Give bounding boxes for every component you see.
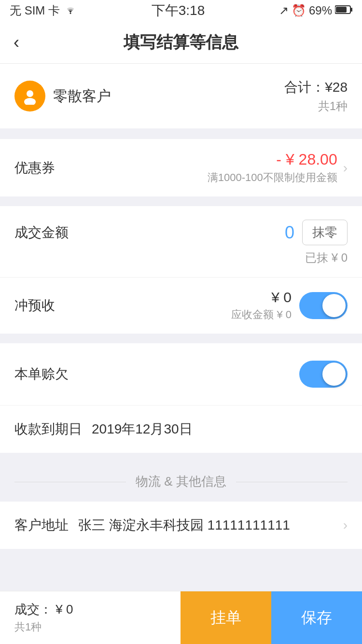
round-button[interactable]: 抹零 [302,220,348,245]
status-bar: 无 SIM 卡 下午3:18 ↗ ⏰ 69% [0,0,362,21]
bottom-count: 共1种 [14,620,166,634]
no-sim-text: 无 SIM 卡 [10,3,60,18]
due-date-label: 收款到期日 [14,420,82,438]
svg-rect-3 [336,7,347,13]
coupon-desc: 满1000-100不限制使用金额 [208,170,337,185]
debt-section: 本单赊欠 收款到期日 2019年12月30日 [0,343,362,453]
customer-right: 合计：¥28 共1种 [284,78,348,114]
address-label: 客户地址 [14,516,69,534]
debt-label: 本单赊欠 [14,365,69,383]
divider-4 [0,454,362,462]
amount-section: 成交金额 0 抹零 已抹 ¥ 0 冲预收 ¥ 0 应收金额 ¥ 0 [0,206,362,334]
customer-count: 共1种 [284,98,348,114]
status-left: 无 SIM 卡 [10,3,77,18]
svg-point-5 [24,98,36,105]
amount-sub: 已抹 ¥ 0 [0,250,362,277]
hang-button[interactable]: 挂单 [181,591,271,644]
customer-section: 零散客户 合计：¥28 共1种 [0,64,362,128]
svg-point-0 [70,13,71,14]
svg-point-4 [27,90,33,97]
coupon-label: 优惠券 [14,159,55,177]
due-date-value[interactable]: 2019年12月30日 [92,420,193,438]
battery-text: 69% [309,4,332,17]
battery-icon [335,4,352,17]
bottom-deal: 成交： ¥ 0 [14,601,166,618]
amount-label: 成交金额 [14,224,69,242]
bottom-bar: 成交： ¥ 0 共1种 挂单 保存 [0,591,362,644]
coupon-right: - ¥ 28.00 满1000-100不限制使用金额 › [208,151,348,185]
address-row[interactable]: 客户地址 张三 海淀永丰科技园 11111111111 › [0,502,362,549]
divider-2 [0,196,362,206]
bottom-info: 成交： ¥ 0 共1种 [0,601,181,634]
prepayment-amount: ¥ 0 [231,289,292,306]
nav-bar: ‹ 填写结算等信息 [0,21,362,64]
address-value: 张三 海淀永丰科技园 11111111111 [78,516,341,534]
status-right: ↗ ⏰ 69% [279,4,352,17]
coupon-chevron-icon: › [343,160,348,176]
save-button[interactable]: 保存 [271,591,362,644]
amount-value[interactable]: 0 [285,223,294,243]
content: 零散客户 合计：¥28 共1种 优惠券 - ¥ 28.00 满1000-100不… [0,64,362,607]
wifi-icon [64,4,77,17]
prepayment-label: 冲预收 [14,296,55,315]
coupon-row[interactable]: 优惠券 - ¥ 28.00 满1000-100不限制使用金额 › [0,139,362,196]
customer-name: 零散客户 [53,86,111,106]
prepayment-right: ¥ 0 应收金额 ¥ 0 [231,289,348,322]
customer-total: 合计：¥28 [284,78,348,97]
logistics-header-text: 物流 & 其他信息 [126,473,236,490]
amount-right: 0 抹零 [285,220,348,245]
amount-row: 成交金额 0 抹零 [0,206,362,250]
bottom-deal-label: 成交： [14,602,52,616]
svg-rect-2 [351,8,352,12]
address-chevron-icon: › [343,518,348,533]
status-time: 下午3:18 [152,1,205,20]
debt-toggle[interactable] [299,361,348,388]
page-title: 填写结算等信息 [124,31,238,54]
alarm-icon: ⏰ [292,4,306,17]
coupon-text-block: - ¥ 28.00 满1000-100不限制使用金额 [208,151,337,185]
prepayment-row: 冲预收 ¥ 0 应收金额 ¥ 0 [0,277,362,334]
location-icon: ↗ [279,4,289,17]
debt-row: 本单赊欠 [0,343,362,405]
prepayment-toggle[interactable] [299,292,348,319]
due-date-row: 收款到期日 2019年12月30日 [0,405,362,453]
prepayment-sub: 应收金额 ¥ 0 [231,308,292,322]
prepayment-amount-block: ¥ 0 应收金额 ¥ 0 [231,289,292,322]
divider-3 [0,334,362,343]
bottom-deal-amount: ¥ 0 [56,602,73,616]
customer-avatar [14,81,45,112]
back-button[interactable]: ‹ [14,32,19,53]
coupon-discount: - ¥ 28.00 [208,151,337,168]
logistics-header: 物流 & 其他信息 [0,462,362,502]
customer-left: 零散客户 [14,81,111,112]
divider-1 [0,129,362,139]
